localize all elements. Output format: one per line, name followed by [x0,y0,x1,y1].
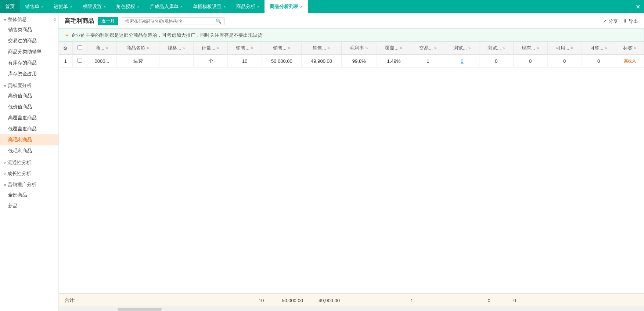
sidebar-section-label-1: 贡献度分析 [8,82,32,89]
topbar-item-7[interactable]: 商品分析 × [231,0,265,13]
footer-total: 合计: 1050,000.0049,900.00100 [59,293,644,307]
table-wrap: ⚙商...⇅商品名称⇅规格...⇅计量...⇅销售...⇅销售...⇅销售...… [59,42,644,293]
sidebar-item-4-0[interactable]: 全部商品 [0,189,58,200]
settings-col-icon[interactable]: ⚙ [61,46,70,51]
col-label-trade: 交易...⇅ [413,45,443,51]
time-filter-button[interactable]: 近一月 [98,17,118,25]
topbar-item-3[interactable]: 权限设置 × [78,0,111,13]
sidebar-item-1-0[interactable]: 高价值商品 [0,90,58,101]
sidebar-section-1[interactable]: ∨贡献度分析 [0,79,58,90]
select-all-checkbox[interactable] [78,45,82,50]
col-header-view2: 浏览...⇅ [479,42,513,55]
sidebar-section-3[interactable]: >成长性分析 [0,167,58,178]
cell-name-0: 运费 [117,55,159,68]
topbar-item-1[interactable]: 销售单 × [20,0,48,13]
sidebar-item-4-1[interactable]: 新品 [0,200,58,211]
topbar-close-icon-8[interactable]: × [300,4,302,9]
search-icon[interactable]: 🔍 [216,18,222,24]
topbar-item-4[interactable]: 角色授权 × [111,0,144,13]
sidebar-item-0-4[interactable]: 库存资金占用 [0,68,58,79]
topbar-close-icon-3[interactable]: × [104,4,106,9]
close-all-icon[interactable]: ✕ [636,3,640,10]
sidebar-section-0[interactable]: ∨整体信息 [0,13,58,24]
footer-cell-current: 0 [476,298,502,303]
sort-icon-sales_qty[interactable]: ⇅ [251,46,253,50]
sidebar-item-1-3[interactable]: 低覆盖度商品 [0,123,58,134]
col-header-checkbox[interactable] [72,42,87,55]
topbar-close-icon-2[interactable]: × [70,4,72,9]
sidebar-item-0-1[interactable]: 交易过的商品 [0,35,58,46]
topbar-item-8[interactable]: 商品分析列表 × [265,0,307,13]
col-label-view2: 浏览...⇅ [482,45,511,51]
cell-available-0: 0 [547,55,582,68]
col-label-view1: 浏览...⇅ [447,45,477,51]
content-header: 高毛利商品 近一月 🔍 ↗ 分享 ⬇ 导出 [59,13,644,29]
sort-icon-coverage[interactable]: ⇅ [400,46,403,50]
sort-icon-tag[interactable]: ⇅ [634,46,637,50]
sidebar-section-2[interactable]: >流通性分析 [0,156,58,167]
topbar-item-6[interactable]: 单据模板设置 × [188,0,231,13]
col-header-name: 商品名称⇅ [117,42,159,55]
topbar-item-2[interactable]: 进货单 × [48,0,77,13]
topbar-close-icon-5[interactable]: × [180,4,183,9]
sort-icon-saleable[interactable]: ⇅ [604,46,607,50]
topbar-item-label-8: 商品分析列表 [270,3,298,10]
col-label-name: 商品名称⇅ [119,45,157,51]
footer-cell-available: 0 [502,298,528,303]
sort-icon-available[interactable]: ⇅ [571,46,573,50]
sort-icon-trade[interactable]: ⇅ [434,46,437,50]
col-label-coverage: 覆盖...⇅ [379,45,409,51]
col-header-available: 可用...⇅ [547,42,582,55]
sidebar-item-0-3[interactable]: 有库存的商品 [0,57,58,68]
sort-icon-code[interactable]: ⇅ [105,46,108,50]
export-label: 导出 [629,18,638,25]
sort-icon-current[interactable]: ⇅ [536,46,539,50]
topbar-item-5[interactable]: 产成品入库单 × [145,0,188,13]
topbar-item-label-4: 角色授权 [116,3,135,10]
view-link-0[interactable]: 0 [461,58,463,64]
bottom-scrollbar[interactable] [59,307,644,311]
search-input[interactable] [125,19,216,24]
topbar-close-icon-6[interactable]: × [223,4,226,9]
footer-cells: 1050,000.0049,900.00100 [94,298,638,303]
sidebar-item-0-0[interactable]: 销售类商品 [0,24,58,35]
info-tip: ✦ 企业的主要的利润都是这部分商品创造的，可考虑加大推广，同时关注库存是不要出现… [59,29,644,42]
topbar-close-icon-1[interactable]: × [41,4,43,9]
sort-icon-gross_margin[interactable]: ⇅ [365,46,368,50]
col-header-gross_margin: 毛利率⇅ [341,42,377,55]
sort-icon-view1[interactable]: ⇅ [468,46,471,50]
sidebar-section-4[interactable]: ∨营销推广分析 [0,178,58,189]
col-header-coverage: 覆盖...⇅ [377,42,411,55]
sidebar-item-label-1-5: 低毛利商品 [8,148,32,153]
cell-saleable-0: 0 [582,55,616,68]
sidebar-item-0-2[interactable]: 商品分类助销率 [0,46,58,57]
topbar-item-label-6: 单据模板设置 [193,3,222,10]
cell-unit-0: 个 [194,55,228,68]
sort-icon-unit[interactable]: ⇅ [216,46,219,50]
sort-icon-sales_profit[interactable]: ⇅ [327,46,330,50]
sort-icon-name[interactable]: ⇅ [147,46,150,50]
sidebar-item-1-2[interactable]: 高覆盖度商品 [0,112,58,123]
col-header-saleable: 可销...⇅ [582,42,616,55]
sidebar-section-arrow-0: ∨ [4,18,6,22]
topbar-item-label-7: 商品分析 [236,3,255,10]
share-icon: ↗ [603,18,607,24]
topbar-close-icon-4[interactable]: × [137,4,139,9]
search-wrap: 🔍 [122,17,225,25]
sidebar-item-1-5[interactable]: 低毛利商品 [0,145,58,156]
share-button[interactable]: ↗ 分享 [603,18,618,25]
topbar-close-icon-7[interactable]: × [257,4,259,9]
sidebar-item-label-1-3: 低覆盖度商品 [8,126,37,131]
sidebar-collapse-btn[interactable]: « [53,16,56,22]
cell-view2-0: 0 [479,55,513,68]
col-header-settings[interactable]: ⚙ [59,42,72,55]
row-checkbox-0[interactable] [78,58,82,63]
topbar-item-0[interactable]: 首页 [0,0,20,13]
sort-icon-sales_amount[interactable]: ⇅ [288,46,291,50]
col-header-view1: 浏览...⇅ [445,42,479,55]
sort-icon-view2[interactable]: ⇅ [502,46,505,50]
sidebar-item-1-4[interactable]: 高毛利商品 [0,134,58,145]
sort-icon-spec[interactable]: ⇅ [182,46,185,50]
export-button[interactable]: ⬇ 导出 [623,18,638,25]
sidebar-item-1-1[interactable]: 低价值商品 [0,101,58,112]
